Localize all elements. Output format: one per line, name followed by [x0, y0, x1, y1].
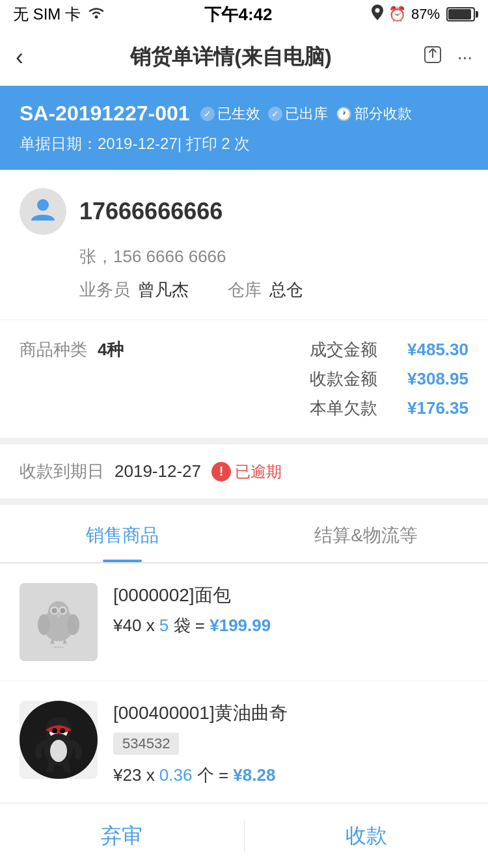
battery-text: 87%	[411, 6, 440, 23]
stats-section: 商品种类 4种 成交金额 ¥485.30 收款金额 ¥308.95 本单欠款 ¥…	[0, 320, 488, 444]
sales-person-value: 曾凡杰	[138, 278, 189, 301]
wifi-icon	[87, 5, 105, 23]
alarm-icon: ⏰	[388, 6, 406, 23]
status-badges: ✓ 已生效 ✓ 已出库 🕐 部分收款	[200, 104, 412, 124]
location-icon	[372, 5, 383, 24]
customer-section: 17666666666 张，156 6666 6666 业务员 曾凡杰 仓库 总…	[0, 170, 488, 320]
stats-right: 成交金额 ¥485.30 收款金额 ¥308.95 本单欠款 ¥176.35	[310, 338, 468, 420]
status-badge-partial: 🕐 部分收款	[336, 104, 412, 124]
overdue-icon: !	[211, 462, 231, 481]
warehouse-label: 仓库	[228, 278, 262, 301]
collect-payment-button[interactable]: 收款	[245, 804, 489, 868]
status-time: 下午4:42	[204, 3, 272, 26]
nav-right-icons: ···	[407, 46, 472, 68]
order-date: 单据日期：2019-12-27| 打印 2 次	[20, 133, 468, 154]
deal-amount-label: 成交金额	[310, 338, 377, 361]
svg-point-16	[60, 728, 65, 733]
product-info-1: [0000002]面包 ¥40 x 5 袋 = ¥199.99	[113, 583, 468, 637]
customer-id: 17666666666	[79, 198, 223, 225]
product-item-1: 素材+ [0000002]面包 ¥40 x 5 袋 = ¥199.99	[0, 563, 488, 681]
due-date-label: 收款到期日	[20, 460, 104, 483]
cancel-review-button[interactable]: 弃审	[0, 804, 244, 868]
received-amount-label: 收款金额	[310, 368, 377, 390]
product-kinds-value: 4种	[98, 338, 124, 361]
customer-name-phone: 张，156 6666 6666	[20, 245, 468, 268]
back-button[interactable]: ‹	[16, 44, 55, 71]
svg-point-8	[52, 608, 57, 613]
products-section: 素材+ [0000002]面包 ¥40 x 5 袋 = ¥199.99	[0, 563, 488, 807]
overdue-badge: ! 已逾期	[211, 461, 282, 482]
order-id: SA-20191227-001	[20, 102, 190, 126]
overdue-text: 已逾期	[235, 461, 282, 482]
received-amount-value: ¥308.95	[390, 369, 468, 389]
tab-sales-products[interactable]: 销售商品	[0, 505, 244, 562]
svg-point-15	[52, 728, 57, 733]
tab-settlement-logistics[interactable]: 结算&物流等	[244, 505, 488, 562]
due-date-value: 2019-12-27	[115, 461, 201, 481]
product-thumb-1: 素材+	[20, 583, 98, 661]
owed-amount-label: 本单欠款	[310, 397, 377, 420]
order-header: SA-20191227-001 ✓ 已生效 ✓ 已出库 🕐 部分收款 单据日期：…	[0, 86, 488, 170]
svg-point-9	[60, 608, 65, 613]
svg-point-3	[37, 199, 49, 211]
svg-point-18	[50, 740, 67, 762]
svg-point-11	[67, 614, 79, 635]
customer-avatar	[20, 188, 66, 235]
owed-amount-value: ¥176.35	[390, 398, 468, 418]
due-date-section: 收款到期日 2019-12-27 ! 已逾期	[0, 444, 488, 505]
product-sku-2: 534532	[113, 733, 179, 755]
status-badge-shipped: ✓ 已出库	[268, 104, 328, 124]
bottom-bar: 弃审 收款	[0, 803, 488, 868]
nav-bar: ‹ 销货单详情(来自电脑) ···	[0, 29, 488, 86]
status-badge-active: ✓ 已生效	[200, 104, 260, 124]
status-right: ⏰ 87%	[372, 5, 475, 24]
carrier-text: 无 SIM 卡	[13, 4, 81, 25]
product-price-2: ¥23 x 0.36 个 = ¥8.28	[113, 764, 468, 787]
battery-icon	[446, 7, 475, 21]
svg-text:素材+: 素材+	[53, 645, 64, 648]
status-left: 无 SIM 卡	[13, 4, 105, 25]
status-bar: 无 SIM 卡 下午4:42 ⏰ 87%	[0, 0, 488, 29]
product-info-2: [000400001]黄油曲奇 534532 ¥23 x 0.36 个 = ¥8…	[113, 701, 468, 787]
svg-point-0	[95, 16, 98, 19]
more-icon[interactable]: ···	[457, 47, 472, 68]
tabs-section: 销售商品 结算&物流等	[0, 505, 488, 563]
customer-meta: 业务员 曾凡杰 仓库 总仓	[20, 278, 468, 301]
product-name-2: [000400001]黄油曲奇	[113, 701, 468, 726]
sales-person-label: 业务员	[79, 278, 130, 301]
page-title: 销货单详情(来自电脑)	[55, 43, 407, 72]
share-icon[interactable]	[424, 46, 442, 68]
product-thumb-2	[20, 701, 98, 779]
product-kinds-label: 商品种类	[20, 338, 87, 361]
svg-point-1	[375, 8, 379, 13]
product-name-1: [0000002]面包	[113, 583, 468, 608]
product-price-1: ¥40 x 5 袋 = ¥199.99	[113, 614, 468, 637]
product-item-2: [000400001]黄油曲奇 534532 ¥23 x 0.36 个 = ¥8…	[0, 681, 488, 807]
deal-amount-value: ¥485.30	[390, 340, 468, 360]
svg-point-10	[38, 614, 50, 635]
warehouse-value: 总仓	[269, 278, 303, 301]
